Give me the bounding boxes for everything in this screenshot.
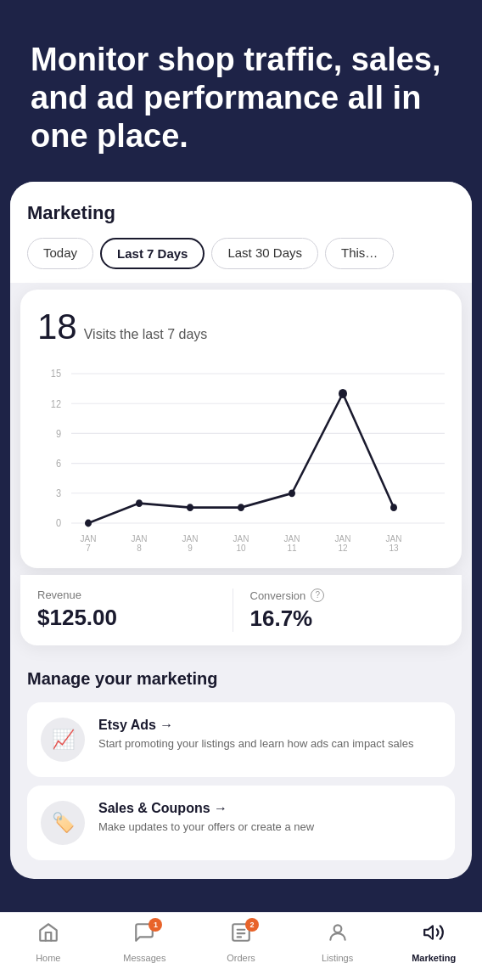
main-card: Marketing Today Last 7 Days Last 30 Days… xyxy=(10,182,472,879)
svg-text:7: 7 xyxy=(86,543,91,551)
nav-messages-label: Messages xyxy=(123,953,165,963)
svg-point-14 xyxy=(187,504,193,512)
conversion-info-icon[interactable]: ? xyxy=(311,589,324,602)
revenue-metric: Revenue $125.00 xyxy=(37,589,233,632)
svg-point-18 xyxy=(390,504,397,512)
visits-label: Visits the last 7 days xyxy=(84,327,208,342)
svg-text:6: 6 xyxy=(56,459,61,470)
svg-point-17 xyxy=(339,389,347,398)
revenue-label: Revenue xyxy=(37,589,233,601)
nav-listings-label: Listings xyxy=(322,953,353,963)
conversion-value: 16.7% xyxy=(250,605,446,632)
marketing-header: Marketing Today Last 7 Days Last 30 Days… xyxy=(10,182,472,283)
nav-marketing-label: Marketing xyxy=(412,953,456,963)
svg-point-12 xyxy=(85,520,92,527)
visits-header: 18 Visits the last 7 days xyxy=(37,307,445,347)
ads-title: Etsy Ads → xyxy=(98,718,441,733)
manage-item-coupons[interactable]: 🏷️ Sales & Coupons → Make updates to you… xyxy=(27,786,455,860)
ads-desc: Start promoting your listings and learn … xyxy=(98,736,441,752)
svg-text:3: 3 xyxy=(56,488,61,499)
nav-listings[interactable]: Listings xyxy=(312,921,363,963)
conversion-label: Conversion ? xyxy=(250,589,446,602)
svg-text:9: 9 xyxy=(188,543,193,551)
svg-text:12: 12 xyxy=(338,543,347,551)
nav-orders-label: Orders xyxy=(227,953,255,963)
home-icon xyxy=(37,921,59,949)
marketing-title: Marketing xyxy=(27,202,455,224)
conversion-metric: Conversion ? 16.7% xyxy=(233,589,446,632)
hero-title: Monitor shop traffic, sales, and ad perf… xyxy=(31,41,451,155)
tab-last30[interactable]: Last 30 Days xyxy=(211,238,318,269)
messages-badge: 1 xyxy=(149,918,162,932)
svg-text:15: 15 xyxy=(51,369,61,380)
nav-home[interactable]: Home xyxy=(23,921,74,963)
manage-title: Manage your marketing xyxy=(27,669,455,689)
chart-area: 15 12 9 6 3 0 JAN 7 JAN xyxy=(37,364,445,551)
messages-icon: 1 xyxy=(133,921,155,949)
orders-badge: 2 xyxy=(245,918,259,932)
svg-marker-38 xyxy=(424,926,433,938)
bottom-nav: Home 1 Messages 2 Orders xyxy=(0,912,482,980)
tab-today[interactable]: Today xyxy=(27,238,93,269)
ads-icon: 📈 xyxy=(41,718,85,762)
svg-text:10: 10 xyxy=(236,543,245,551)
manage-item-ads[interactable]: 📈 Etsy Ads → Start promoting your listin… xyxy=(27,702,455,777)
tab-this[interactable]: This… xyxy=(325,238,394,269)
nav-orders[interactable]: 2 Orders xyxy=(216,921,266,963)
svg-text:9: 9 xyxy=(56,429,61,440)
revenue-value: $125.00 xyxy=(37,605,233,631)
metrics-row: Revenue $125.00 Conversion ? 16.7% xyxy=(20,575,462,645)
stats-card: 18 Visits the last 7 days 15 12 9 6 3 0 xyxy=(20,290,462,568)
tab-last7[interactable]: Last 7 Days xyxy=(100,238,205,269)
svg-point-15 xyxy=(238,504,244,512)
tabs-row: Today Last 7 Days Last 30 Days This… xyxy=(27,238,455,283)
manage-section: Manage your marketing 📈 Etsy Ads → Start… xyxy=(10,652,472,879)
chart-svg: 15 12 9 6 3 0 JAN 7 JAN xyxy=(37,364,445,551)
nav-marketing[interactable]: Marketing xyxy=(408,921,459,963)
nav-messages[interactable]: 1 Messages xyxy=(119,921,170,963)
svg-text:13: 13 xyxy=(389,543,398,551)
svg-point-13 xyxy=(136,500,143,508)
svg-point-37 xyxy=(333,925,341,932)
svg-text:0: 0 xyxy=(56,518,61,529)
visits-number: 18 xyxy=(37,307,77,347)
coupons-icon: 🏷️ xyxy=(41,801,85,845)
coupons-desc: Make updates to your offers or create a … xyxy=(98,819,441,835)
listings-icon xyxy=(327,921,349,949)
svg-text:12: 12 xyxy=(51,399,61,410)
nav-home-label: Home xyxy=(36,953,60,963)
svg-text:11: 11 xyxy=(287,543,296,551)
coupons-title: Sales & Coupons → xyxy=(98,801,441,816)
marketing-icon xyxy=(423,921,445,949)
hero-section: Monitor shop traffic, sales, and ad perf… xyxy=(0,0,482,182)
svg-text:8: 8 xyxy=(137,543,142,551)
svg-point-16 xyxy=(289,490,295,498)
orders-icon: 2 xyxy=(230,921,252,949)
